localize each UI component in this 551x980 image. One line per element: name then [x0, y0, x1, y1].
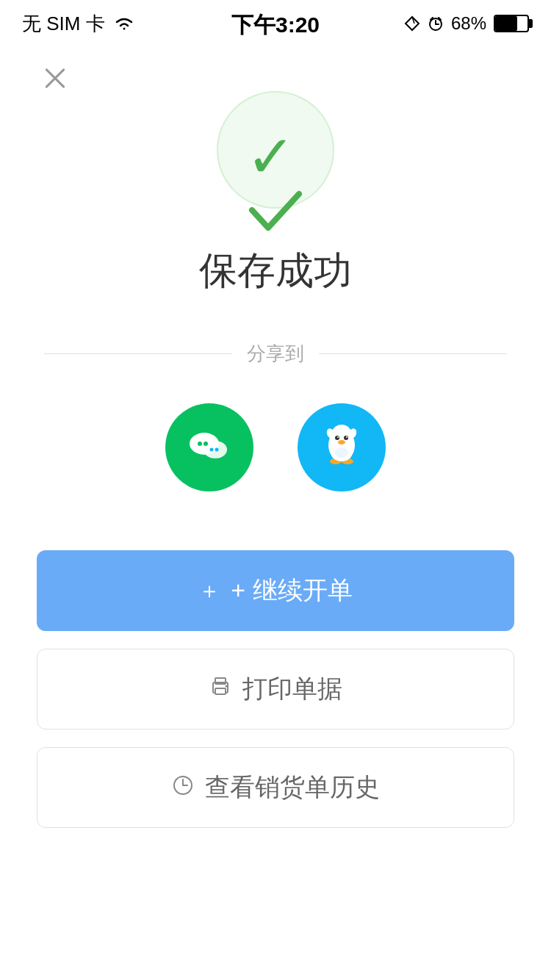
success-circle: [217, 91, 334, 209]
history-label: 查看销货单历史: [205, 771, 380, 804]
checkmark-icon: [246, 128, 305, 172]
close-button[interactable]: [37, 59, 73, 96]
svg-point-14: [344, 436, 348, 440]
continue-button[interactable]: ＋ + 继续开单: [37, 550, 514, 631]
location-icon: [404, 15, 420, 32]
success-title: 保存成功: [199, 245, 352, 297]
history-button[interactable]: 查看销货单历史: [37, 747, 514, 828]
status-time: 下午3:20: [231, 10, 320, 40]
wechat-icon: [184, 422, 235, 473]
main-content: 保存成功 分享到: [0, 47, 551, 828]
svg-point-15: [337, 436, 339, 438]
svg-point-13: [335, 436, 339, 440]
battery-icon: [494, 15, 529, 32]
status-bar: 无 SIM 卡 下午3:20 68%: [0, 0, 551, 47]
qq-icon: [316, 422, 367, 473]
svg-point-21: [335, 447, 348, 458]
action-buttons: ＋ + 继续开单 打印单据 查看销货单历: [0, 550, 551, 828]
battery-percent: 68%: [451, 13, 486, 34]
share-label: 分享到: [247, 341, 304, 367]
svg-point-7: [198, 442, 202, 446]
carrier-text: 无 SIM 卡: [22, 11, 105, 37]
print-label: 打印单据: [242, 672, 342, 706]
svg-point-10: [215, 448, 219, 452]
print-icon: [209, 675, 232, 704]
continue-icon: ＋: [198, 576, 220, 606]
svg-point-27: [226, 685, 228, 687]
share-icons: [165, 403, 386, 491]
share-divider: 分享到: [0, 341, 551, 367]
alarm-icon: [428, 15, 444, 32]
svg-point-17: [338, 440, 345, 444]
continue-label: + 继续开单: [231, 574, 352, 608]
history-icon: [171, 774, 195, 802]
share-qq-button[interactable]: [298, 403, 386, 491]
svg-point-8: [204, 442, 208, 446]
divider-left: [44, 353, 232, 354]
print-button[interactable]: 打印单据: [37, 649, 514, 729]
divider-right: [319, 353, 507, 354]
status-right: 68%: [404, 13, 529, 34]
svg-point-9: [210, 448, 214, 452]
status-carrier: 无 SIM 卡: [22, 11, 134, 37]
share-wechat-button[interactable]: [165, 403, 253, 491]
close-icon: [42, 64, 68, 90]
wifi-icon: [114, 15, 134, 32]
svg-rect-26: [215, 688, 226, 694]
svg-point-16: [346, 436, 347, 438]
